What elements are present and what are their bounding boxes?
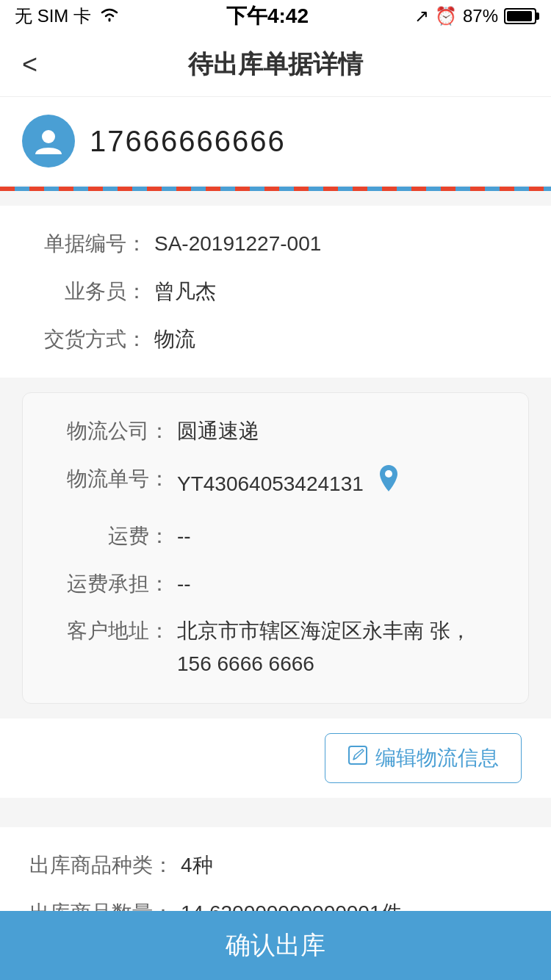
address-value: 北京市市辖区海淀区永丰南 张，156 6666 6666 [177,615,499,681]
status-right: ↗ ⏰ 87% [414,6,536,26]
nav-bar: < 待出库单据详情 [0,32,551,97]
tracking-label: 物流单号： [52,463,170,496]
freight-value: -- [177,520,499,553]
salesman-value: 曾凡杰 [154,275,522,309]
dashed-divider [0,187,551,191]
alarm-icon: ⏰ [435,6,457,26]
freight-bearer-row: 运费承担： -- [52,568,499,601]
outbound-type-value: 4种 [181,849,522,882]
status-time: 下午4:42 [226,2,309,30]
tracking-row: 物流单号： YT43064053424131 [52,463,499,505]
battery-text: 87% [463,6,498,26]
avatar [22,115,75,167]
tracking-location-icon[interactable] [375,463,402,505]
carrier-text: 无 SIM 卡 [15,4,91,28]
company-row: 物流公司： 圆通速递 [52,415,499,448]
svg-point-1 [385,470,392,478]
person-icon [31,123,66,159]
battery-icon [504,8,536,24]
freight-bearer-value: -- [177,568,499,601]
order-no-value: SA-20191227-001 [154,228,522,261]
order-no-row: 单据编号： SA-20191227-001 [29,228,522,261]
status-left: 无 SIM 卡 [15,4,120,28]
freight-bearer-label: 运费承担： [52,568,170,601]
outbound-type-label: 出库商品种类： [29,849,173,882]
edit-btn-label: 编辑物流信息 [375,744,499,772]
back-button[interactable]: < [22,49,37,80]
delivery-value: 物流 [154,323,522,356]
edit-icon [347,745,368,771]
confirm-outbound-button[interactable]: 确认出库 [226,929,325,962]
user-header: 17666666666 [0,97,551,185]
edit-btn-row: 编辑物流信息 [0,718,551,798]
delivery-row: 交货方式： 物流 [29,323,522,356]
freight-label: 运费： [52,520,170,553]
tracking-value: YT43064053424131 [177,468,364,501]
order-no-label: 单据编号： [29,228,147,261]
back-icon: < [22,49,37,79]
freight-row: 运费： -- [52,520,499,553]
delivery-label: 交货方式： [29,323,147,356]
user-phone: 17666666666 [90,125,286,158]
address-label: 客户地址： [52,615,170,648]
salesman-row: 业务员： 曾凡杰 [29,275,522,309]
logistics-card: 物流公司： 圆通速递 物流单号： YT43064053424131 运费： --… [22,392,529,704]
basic-info-section: 单据编号： SA-20191227-001 业务员： 曾凡杰 交货方式： 物流 [0,206,551,378]
salesman-label: 业务员： [29,275,147,309]
svg-point-0 [42,130,55,143]
section-divider-1 [0,798,551,813]
status-bar: 无 SIM 卡 下午4:42 ↗ ⏰ 87% [0,0,551,32]
svg-rect-2 [349,746,367,764]
confirm-btn-container: 确认出库 [0,911,551,980]
company-value: 圆通速递 [177,415,499,448]
company-label: 物流公司： [52,415,170,448]
wifi-icon [98,6,120,26]
tracking-value-container: YT43064053424131 [177,463,499,505]
address-row: 客户地址： 北京市市辖区海淀区永丰南 张，156 6666 6666 [52,615,499,681]
edit-logistics-button[interactable]: 编辑物流信息 [325,733,522,783]
page-title: 待出库单据详情 [188,48,363,82]
location-status-icon: ↗ [414,6,429,26]
outbound-type-row: 出库商品种类： 4种 [29,849,522,882]
